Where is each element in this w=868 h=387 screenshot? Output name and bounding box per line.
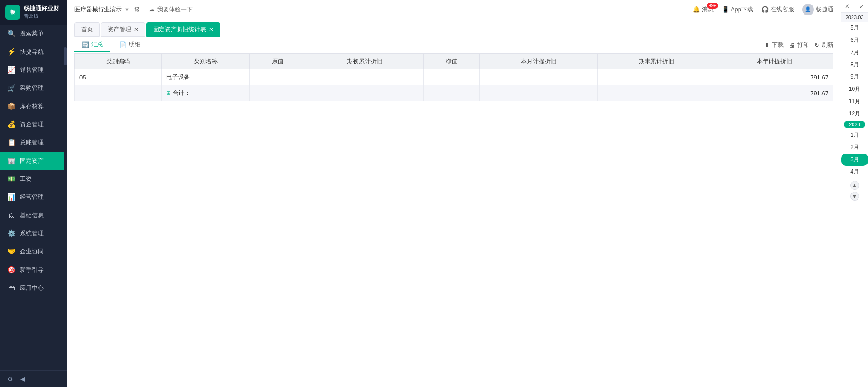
year-label[interactable]: 2023 [844, 121, 865, 128]
sidebar-label-purchase: 采购管理 [20, 84, 44, 92]
fixed-assets-icon: 🏢 [7, 157, 15, 165]
table-header: 类别编码类别名称原值期初累计折旧净值本月计提折旧期末累计折旧本年计提折旧 [75, 54, 833, 69]
tab-label-asset-mgmt: 资产管理 [108, 25, 131, 34]
download-icon: ⬇ [764, 42, 769, 49]
detail-subtab-icon: 📄 [119, 41, 127, 48]
download-button[interactable]: ⬇ 下载 [764, 41, 784, 49]
topbar-settings-icon[interactable]: ⚙ [134, 5, 140, 14]
purchase-icon: 🛒 [7, 84, 15, 92]
subtab-summary[interactable]: 🔄 汇总 [74, 38, 110, 52]
tab-close-asset-mgmt[interactable]: ✕ [134, 26, 139, 33]
year-section: 20231月2月3月4月 [841, 120, 868, 178]
total-cell [597, 85, 715, 101]
col-header: 类别编码 [75, 54, 162, 69]
sidebar-item-fixed-assets[interactable]: 🏢 固定资产 [0, 152, 64, 170]
total-cell: ⊞合计： [162, 85, 250, 101]
sidebar-item-sales[interactable]: 📈 销售管理 [0, 61, 64, 79]
basic-info-icon: 🗂 [7, 211, 15, 219]
month-item[interactable]: 1月 [841, 129, 868, 141]
toolbar: ⬇ 下载 🖨 打印 ↻ 刷新 [764, 37, 833, 53]
online-service-button[interactable]: 🎧 在线客服 [761, 5, 794, 14]
month-item[interactable]: 7月 [841, 46, 868, 59]
refresh-icon: ↻ [814, 42, 819, 49]
expand-panel-icon[interactable]: ⤢ [859, 3, 864, 10]
sidebar-item-search[interactable]: 🔍 搜索菜单 [0, 25, 64, 43]
total-cell: 791.67 [715, 85, 833, 101]
subtab-detail[interactable]: 📄 明细 [112, 38, 148, 52]
sidebar-label-app-center: 应用中心 [20, 284, 44, 292]
sidebar-item-payroll[interactable]: 💵 工资 [0, 170, 64, 188]
tab-label-home: 首页 [81, 25, 93, 34]
table-total-row: ⊞合计：791.67 [75, 85, 833, 101]
month-item[interactable]: 3月 [841, 154, 868, 166]
table-cell [597, 69, 715, 85]
tab-home[interactable]: 首页 [74, 22, 100, 37]
logo-text: 畅捷通好业财 普及版 [24, 5, 59, 20]
refresh-button[interactable]: ↻ 刷新 [814, 41, 833, 49]
headset-icon: 🎧 [761, 6, 769, 13]
tab-close-depreciation-table[interactable]: ✕ [209, 26, 213, 33]
sidebar-item-funds[interactable]: 💰 资金管理 [0, 115, 64, 134]
app-download-button[interactable]: 📱 App下载 [722, 5, 753, 14]
experience-button[interactable]: ☁ 我要体验一下 [149, 5, 193, 14]
system-icon: ⚙️ [7, 229, 15, 238]
month-item[interactable]: 6月 [841, 34, 868, 46]
notifications-button[interactable]: 🔔 消息 99+ [693, 5, 714, 14]
month-item[interactable]: 2月 [841, 141, 868, 154]
panel-up-button[interactable]: ▲ [850, 181, 859, 190]
sidebar-item-ledger[interactable]: 📋 总账管理 [0, 134, 64, 152]
inventory-icon: 📦 [7, 102, 15, 110]
tab-depreciation-table[interactable]: 固定资产折旧统计表✕ [146, 22, 220, 37]
collapse-icon[interactable]: ◀ [20, 375, 25, 382]
sidebar-item-app-center[interactable]: 🗃 应用中心 [0, 279, 64, 297]
sidebar-scrollbar[interactable] [64, 47, 67, 65]
month-item[interactable]: 10月 [841, 83, 868, 95]
depreciation-table: 类别编码类别名称原值期初累计折旧净值本月计提折旧期末累计折旧本年计提折旧 05电… [74, 53, 833, 101]
sidebar-label-guide: 新手引导 [20, 266, 44, 274]
month-item[interactable]: 8月 [841, 59, 868, 71]
month-item[interactable]: 11月 [841, 95, 868, 108]
table-cell [480, 69, 598, 85]
sidebar-item-system[interactable]: ⚙️ 系统管理 [0, 224, 64, 243]
total-cell [424, 85, 480, 101]
month-item[interactable]: 5月 [841, 22, 868, 34]
sidebar-item-quick-nav[interactable]: ⚡ 快捷导航 [0, 43, 64, 61]
col-header: 类别名称 [162, 54, 250, 69]
company-name: 医疗器械行业演示 [74, 5, 122, 14]
month-item[interactable]: 12月 [841, 108, 868, 120]
user-menu[interactable]: 👤 畅捷通 [802, 4, 833, 15]
sidebar-item-enterprise[interactable]: 🤝 企业协同 [0, 243, 64, 261]
company-selector[interactable]: 医疗器械行业演示 ▼ [74, 5, 129, 14]
tabbar: 首页资产管理✕固定资产折旧统计表✕ [67, 19, 841, 37]
operations-icon: 📊 [7, 193, 15, 201]
sidebar-item-purchase[interactable]: 🛒 采购管理 [0, 79, 64, 97]
tab-asset-mgmt[interactable]: 资产管理✕ [101, 22, 145, 37]
year-section-prev: 5月6月7月8月9月10月11月12月 [841, 22, 868, 120]
panel-down-button[interactable]: ▼ [850, 192, 859, 201]
month-item[interactable]: 4月 [841, 166, 868, 178]
quick-nav-icon: ⚡ [7, 48, 15, 56]
sidebar-item-operations[interactable]: 📊 经营管理 [0, 188, 64, 206]
month-item[interactable]: 9月 [841, 71, 868, 83]
sidebar-label-enterprise: 企业协同 [20, 248, 44, 256]
guide-icon: 🎯 [7, 266, 15, 274]
sidebar-item-inventory[interactable]: 📦 库存核算 [0, 97, 64, 115]
settings-icon[interactable]: ⚙ [7, 375, 13, 382]
total-cell [480, 85, 598, 101]
subtab-label-summary: 汇总 [91, 40, 103, 49]
col-header: 本年计提折旧 [715, 54, 833, 69]
topbar-right: 🔔 消息 99+ 📱 App下载 🎧 在线客服 👤 畅捷通 [693, 4, 833, 15]
col-header: 期末累计折旧 [597, 54, 715, 69]
subtab-bar: 🔄 汇总 📄 明细 [74, 38, 764, 52]
print-icon: 🖨 [789, 42, 795, 49]
subtab-toolbar-row: 🔄 汇总 📄 明细 ⬇ 下载 🖨 打印 ↻ 刷新 [67, 37, 841, 53]
print-button[interactable]: 🖨 打印 [789, 41, 809, 49]
sidebar-label-sales: 销售管理 [20, 66, 44, 74]
table-container: 类别编码类别名称原值期初累计折旧净值本月计提折旧期末累计折旧本年计提折旧 05电… [67, 53, 841, 387]
content-area: 🔄 汇总 📄 明细 ⬇ 下载 🖨 打印 ↻ 刷新 [67, 37, 841, 387]
table-cell: 05 [75, 69, 162, 85]
close-panel-icon[interactable]: ✕ [845, 3, 850, 10]
sidebar-item-guide[interactable]: 🎯 新手引导 [0, 261, 64, 279]
sidebar-item-basic-info[interactable]: 🗂 基础信息 [0, 206, 64, 224]
sidebar-logo: 畅 畅捷通好业财 普及版 [0, 0, 67, 25]
